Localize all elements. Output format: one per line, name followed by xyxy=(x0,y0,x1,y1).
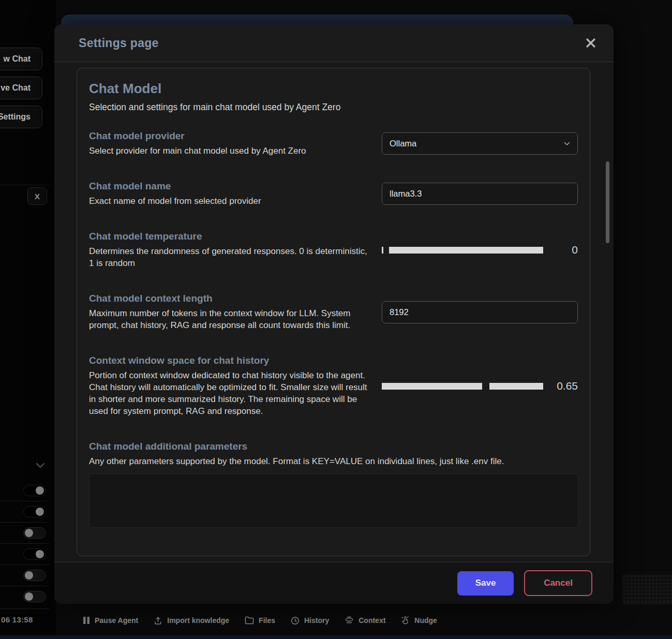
clock-time: 06 13:58 xyxy=(1,615,33,624)
chat-model-provider-select[interactable]: Ollama xyxy=(382,132,578,155)
field-control: 0.65 xyxy=(382,380,578,392)
sidebar-settings-button[interactable]: Settings xyxy=(0,106,42,128)
toggle-switch[interactable] xyxy=(23,485,46,496)
history-button[interactable]: History xyxy=(291,616,329,625)
toolbar-label: Context xyxy=(359,616,385,625)
toolbar-label: Nudge xyxy=(414,616,437,625)
field-control: Ollama xyxy=(382,132,578,155)
chevron-down-icon[interactable] xyxy=(33,461,48,472)
toggle-knob xyxy=(25,571,33,579)
bottom-accent-strip xyxy=(0,635,672,639)
slider-wrap: 0.65 xyxy=(382,380,578,392)
field-description: Portion of context window dedicated to c… xyxy=(89,369,369,417)
field-label: Chat model temperature xyxy=(89,231,369,242)
modal-title: Settings page xyxy=(79,36,159,50)
toggle-row xyxy=(0,586,47,607)
toolbar-label: History xyxy=(304,616,329,625)
pause-icon xyxy=(83,616,90,625)
sidebar-close-button[interactable]: X xyxy=(27,187,47,205)
toggle-switch[interactable] xyxy=(23,506,46,517)
upload-icon xyxy=(154,616,162,625)
modal-body: Chat Model Selection and settings for ma… xyxy=(54,62,614,562)
chat-model-section: Chat Model Selection and settings for ma… xyxy=(77,68,590,556)
toggle-knob xyxy=(25,529,33,537)
slider-track xyxy=(389,247,543,254)
pause-agent-button[interactable]: Pause Agent xyxy=(83,616,138,625)
divider xyxy=(0,608,50,609)
sidebar-new-chat-button[interactable]: w Chat xyxy=(0,48,42,70)
toggle-switch[interactable] xyxy=(23,570,46,581)
sidebar-button-label: ve Chat xyxy=(1,83,31,93)
toggle-knob xyxy=(36,486,44,495)
toggle-row xyxy=(0,501,47,522)
field-label: Chat model name xyxy=(89,181,369,192)
field-control xyxy=(382,301,578,323)
background-texture-panel xyxy=(622,574,672,604)
close-icon[interactable] xyxy=(585,37,596,49)
modal-scrollbar-thumb[interactable] xyxy=(606,161,609,243)
save-button[interactable]: Save xyxy=(457,571,514,596)
import-knowledge-button[interactable]: Import knowledge xyxy=(154,616,229,625)
field-row-context-length: Chat model context length Maximum number… xyxy=(89,293,578,331)
cancel-button[interactable]: Cancel xyxy=(524,570,592,596)
slider-thumb[interactable] xyxy=(382,247,389,254)
field-row-temperature: Chat model temperature Determines the ra… xyxy=(89,231,578,269)
field-info: Chat model name Exact name of model from… xyxy=(89,181,382,207)
sidebar-button-label: w Chat xyxy=(4,54,31,64)
toggle-row xyxy=(0,564,47,586)
field-row-provider: Chat model provider Select provider for … xyxy=(89,130,578,157)
select-value: Ollama xyxy=(390,139,416,148)
slider-wrap: 0 xyxy=(382,244,578,256)
toggle-row xyxy=(0,543,47,564)
history-space-slider[interactable] xyxy=(382,383,543,390)
field-label: Chat model provider xyxy=(89,130,369,142)
toolbar-label: Pause Agent xyxy=(95,616,138,625)
field-control xyxy=(382,183,578,205)
nudge-button[interactable]: Nudge xyxy=(401,616,437,625)
stack-icon xyxy=(345,616,354,625)
additional-params-textarea[interactable] xyxy=(89,473,578,528)
field-description: Determines the randomness of generated r… xyxy=(89,245,369,269)
field-info: Chat model provider Select provider for … xyxy=(89,130,382,157)
toggle-knob xyxy=(36,508,44,516)
settings-modal: Settings page Chat Model Selection and s… xyxy=(54,24,614,604)
close-label: X xyxy=(35,192,40,201)
toggle-row xyxy=(0,522,47,543)
sidebar-save-chat-button[interactable]: ve Chat xyxy=(0,77,42,99)
bottom-toolbar: Pause Agent Import knowledge Files Histo… xyxy=(83,614,437,627)
toggle-switch[interactable] xyxy=(23,527,46,539)
chevron-down-icon xyxy=(564,142,570,146)
temperature-slider[interactable] xyxy=(382,247,543,254)
clock-icon xyxy=(291,616,300,625)
field-description: Select provider for main chat model used… xyxy=(89,145,369,157)
modal-footer: Save Cancel xyxy=(54,562,614,604)
field-label: Context window space for chat history xyxy=(89,355,369,366)
toolbar-label: Files xyxy=(259,616,275,625)
slider-track xyxy=(489,383,543,390)
files-button[interactable]: Files xyxy=(245,616,275,625)
context-button[interactable]: Context xyxy=(345,616,385,625)
modal-header: Settings page xyxy=(54,24,614,62)
field-description: Maximum number of tokens in the context … xyxy=(89,307,369,331)
field-row-additional-params: Chat model additional parameters Any oth… xyxy=(89,441,578,530)
hand-icon xyxy=(401,616,410,625)
divider xyxy=(0,185,50,185)
context-length-input[interactable] xyxy=(382,301,578,323)
slider-thumb[interactable] xyxy=(482,383,489,390)
field-info: Chat model temperature Determines the ra… xyxy=(89,231,382,269)
toggle-switch[interactable] xyxy=(23,548,46,560)
chat-model-name-input[interactable] xyxy=(382,183,578,205)
sidebar: w Chat ve Chat Settings X 06 13:58 xyxy=(0,0,56,635)
section-title: Chat Model xyxy=(89,81,578,97)
toggle-switch[interactable] xyxy=(23,591,46,602)
field-description: Exact name of model from selected provid… xyxy=(89,195,369,207)
toggle-knob xyxy=(36,550,44,558)
field-info: Context window space for chat history Po… xyxy=(89,355,382,417)
slider-value: 0.65 xyxy=(543,380,578,392)
slider-value: 0 xyxy=(543,244,578,256)
section-subtitle: Selection and settings for main chat mod… xyxy=(89,102,578,113)
field-label: Chat model context length xyxy=(89,293,369,304)
field-info: Chat model context length Maximum number… xyxy=(89,293,382,331)
toggle-row xyxy=(0,480,47,501)
field-label: Chat model additional parameters xyxy=(89,441,578,452)
